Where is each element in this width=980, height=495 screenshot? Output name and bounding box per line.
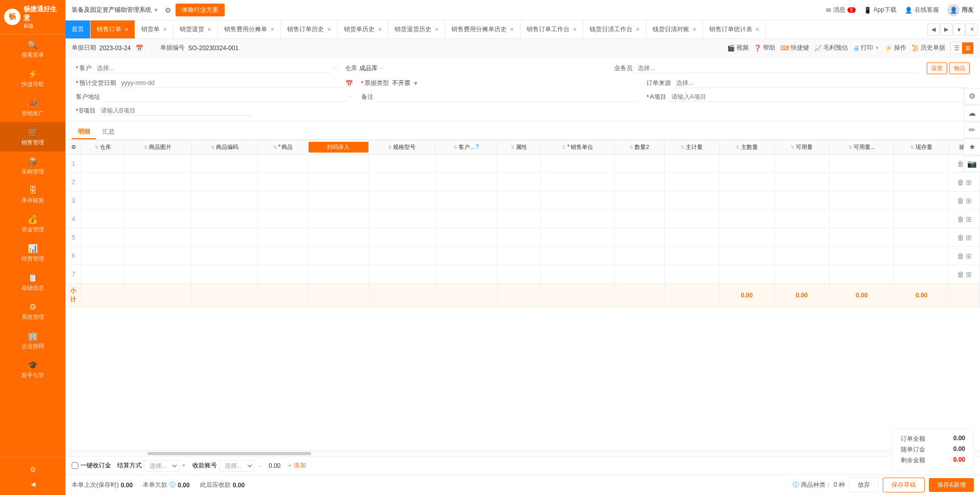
table-cell[interactable] (191, 247, 257, 265)
table-cell[interactable] (720, 173, 774, 191)
tab-reconcile[interactable]: 钱货日清对账 ✕ (646, 20, 703, 39)
address-expand-icon[interactable]: ··· (349, 94, 353, 100)
copy-icon[interactable]: ⊞ (966, 197, 972, 205)
tab-sales-bill[interactable]: 销货单 ✕ (135, 20, 173, 39)
delete-icon[interactable]: 🗑 (957, 178, 964, 186)
table-cell[interactable] (541, 265, 615, 284)
table-cell[interactable] (81, 265, 125, 284)
tab-more-btn[interactable]: ▼ (953, 24, 965, 36)
tab-fee-split[interactable]: 销售费用分摊单 ✕ (218, 20, 281, 39)
table-cell[interactable] (829, 155, 894, 173)
table-cell[interactable] (124, 173, 191, 191)
table-cell[interactable] (497, 155, 541, 173)
a-project-input[interactable] (669, 92, 970, 102)
view-btn[interactable]: 🎬 视频 (727, 44, 749, 52)
print-btn[interactable]: 🖨 打印 ▼ (853, 44, 880, 52)
table-cell[interactable] (720, 210, 774, 228)
operation-btn[interactable]: ⚡ 操作 (885, 44, 906, 52)
tab-prev-btn[interactable]: ◀ (927, 24, 940, 36)
tab-stats[interactable]: 销售订单统计表 ✕ (703, 20, 766, 39)
help-icon[interactable]: ? (475, 143, 479, 150)
table-cell[interactable] (258, 247, 309, 265)
b-project-input[interactable] (99, 106, 252, 116)
table-cell[interactable] (258, 155, 309, 173)
table-cell[interactable] (615, 155, 664, 173)
tab-close-icon[interactable]: ✕ (124, 27, 128, 32)
sidebar-item-finance[interactable]: 💰 资金管理 (0, 209, 66, 239)
table-cell[interactable] (191, 265, 257, 284)
tab-sales-order[interactable]: 销售订单 ✕ (91, 20, 135, 39)
table-cell[interactable] (258, 173, 309, 191)
table-cell[interactable] (191, 210, 257, 228)
table-cell[interactable] (124, 191, 191, 210)
table-cell[interactable] (308, 155, 368, 173)
table-cell[interactable] (497, 228, 541, 247)
table-cell[interactable] (615, 173, 664, 191)
delete-icon[interactable]: 🗑 (957, 252, 964, 260)
table-cell[interactable] (124, 228, 191, 247)
col-gear[interactable]: ⚙ (66, 140, 81, 155)
table-cell[interactable] (664, 210, 719, 228)
side-panel-photo-btn[interactable]: 📷 (964, 156, 980, 172)
delete-icon[interactable]: 🗑 (957, 270, 964, 278)
sidebar-item-system[interactable]: ⚙ 系统管理 (0, 297, 66, 326)
table-cell[interactable] (258, 191, 309, 210)
table-cell[interactable] (774, 155, 829, 173)
table-cell[interactable] (774, 247, 829, 265)
calendar-icon[interactable]: 📅 (136, 45, 143, 52)
tab-close-icon[interactable]: ✕ (636, 27, 640, 32)
tab-close-icon[interactable]: ✕ (207, 27, 211, 32)
copy-icon[interactable]: ⊞ (966, 270, 972, 278)
table-cell[interactable] (368, 155, 435, 173)
account-select[interactable]: 选择... (219, 460, 254, 471)
save-new-btn[interactable]: 保存&新增 (929, 478, 974, 492)
tab-close-icon[interactable]: ✕ (378, 27, 382, 32)
add-payment-btn[interactable]: ＋ 添加 (287, 461, 306, 470)
copy-icon[interactable]: ⊞ (966, 233, 972, 242)
table-cell[interactable] (368, 173, 435, 191)
sidebar-item-basic[interactable]: 📋 基础信息 (0, 268, 66, 297)
table-cell[interactable] (308, 173, 368, 191)
table-cell[interactable] (615, 228, 664, 247)
side-panel-star-btn[interactable]: ★ (964, 139, 980, 155)
payment-method-select[interactable]: 选择... (144, 460, 179, 471)
table-cell[interactable] (124, 210, 191, 228)
table-cell[interactable] (829, 173, 894, 191)
table-cell[interactable] (124, 247, 191, 265)
save-draft-btn[interactable]: 保存草稿 (883, 478, 925, 492)
remark-input[interactable] (377, 92, 639, 102)
table-cell[interactable] (435, 247, 497, 265)
tab-workbench[interactable]: 销售订单工作台 ✕ (520, 20, 583, 39)
copy-icon[interactable]: ⊞ (966, 215, 972, 223)
table-cell[interactable] (258, 210, 309, 228)
table-cell[interactable] (664, 155, 719, 173)
table-cell[interactable] (720, 155, 774, 173)
table-cell[interactable] (774, 228, 829, 247)
scan-btn[interactable]: 扫码录入 (309, 142, 368, 153)
tab-order-history[interactable]: 销售订单历史 ✕ (281, 20, 338, 39)
setup-btn[interactable]: 设置 (927, 62, 947, 74)
table-cell[interactable] (664, 173, 719, 191)
table-cell[interactable] (720, 247, 774, 265)
history-btn[interactable]: 📜 历史单据 (911, 44, 945, 52)
table-cell[interactable] (308, 247, 368, 265)
discard-btn[interactable]: 放弃 (849, 478, 879, 492)
tab-sales-return[interactable]: 销货退货 ✕ (173, 20, 218, 39)
table-cell[interactable] (774, 173, 829, 191)
table-cell[interactable] (308, 228, 368, 247)
side-panel-cloud-btn[interactable]: ☁ (964, 105, 980, 121)
customer-input[interactable] (95, 63, 331, 73)
table-cell[interactable] (124, 155, 191, 173)
app-download-btn[interactable]: 📱 App下载 (864, 6, 897, 14)
scroll-bar[interactable] (147, 452, 311, 455)
list-view-btn[interactable]: ☰ (951, 42, 962, 54)
table-cell[interactable] (81, 210, 125, 228)
side-panel-edit-btn[interactable]: ✏ (964, 122, 980, 138)
delivery-calendar-icon[interactable]: 📅 (345, 80, 353, 87)
table-cell[interactable] (191, 228, 257, 247)
tab-home[interactable]: 首页 (66, 20, 91, 39)
sidebar-settings[interactable]: ⚙ (0, 461, 66, 478)
tab-fee-history[interactable]: 销售费用分摊单历史 ✕ (445, 20, 520, 39)
table-cell[interactable] (258, 265, 309, 284)
tab-detail[interactable]: 明细 (72, 125, 96, 139)
